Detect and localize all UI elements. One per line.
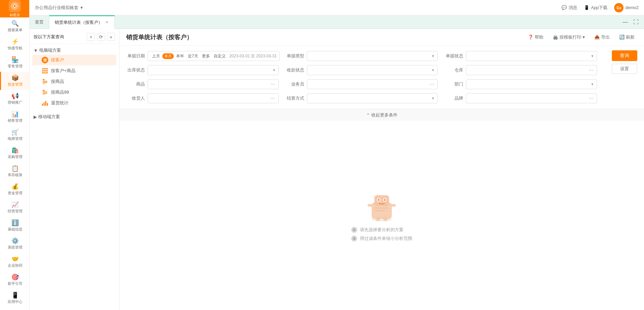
sidebar-item-retail[interactable]: 🏪 零售管理 <box>0 54 29 72</box>
sidebar-item-nav[interactable]: ⚡ 快捷导航 <box>0 36 29 54</box>
filter-cell-order-type: 单据类型 ▾ <box>285 51 438 61</box>
filter-cell-settlement: 结算方式 ▾ <box>285 93 438 103</box>
desktop-scheme-group: ▼ 电脑端方案 按 按客户 按客户+商品 <box>30 44 119 110</box>
goods-control[interactable]: ··· <box>148 79 279 89</box>
app-download-button[interactable]: 📱 App下载 <box>584 5 607 11</box>
export-button[interactable]: 📤 导出 <box>592 33 612 42</box>
sidebar-item-finance-label: 资金管理 <box>8 191 22 196</box>
page-actions: ❓ 帮助 🖨️ 按模板打印 ▾ 📤 导出 🔄 刷新 <box>525 33 637 42</box>
collapse-bar[interactable]: ⌃ 收起更多条件 <box>119 109 644 121</box>
date-btn-last-month[interactable]: 上月 <box>151 53 161 59</box>
warehouse-more-icon[interactable]: ··· <box>589 67 593 73</box>
hint-num-1: ① <box>351 227 357 233</box>
warehouse-control[interactable]: ··· <box>466 65 597 75</box>
order-status-control[interactable]: ▾ <box>466 51 597 61</box>
tab-close-icon[interactable]: ✕ <box>105 19 109 25</box>
settlement-label: 结算方式 <box>285 95 304 101</box>
filter-cell-goods: 商品 ··· <box>126 79 279 89</box>
sidebar-item-collab[interactable]: 🤝 企业协同 <box>0 253 29 271</box>
sidebar-item-finance[interactable]: 💰 资金管理 <box>0 180 29 199</box>
by-goods-icon <box>42 78 48 85</box>
desktop-scheme-header[interactable]: ▼ 电脑端方案 <box>32 46 116 55</box>
tab-home[interactable]: 首页 <box>30 15 49 29</box>
svg-point-1 <box>14 5 16 7</box>
tab-home-label: 首页 <box>35 19 44 25</box>
sidebar-item-guide[interactable]: 🎯 新手引导 <box>0 271 29 289</box>
topbar-account-dropdown[interactable]: 办公用品行业模拟账套 ▾ <box>35 5 83 11</box>
sidebar-item-inventory-label: 库存核算 <box>8 172 22 177</box>
sidebar-item-marketing[interactable]: 📢 营销推广 <box>0 90 29 108</box>
order-status-chevron-icon: ▾ <box>591 54 593 58</box>
content-area: 按以下方案查询 + ⟳ « ▼ 电脑端方案 按 按客户 <box>30 29 644 310</box>
sidebar-item-sales[interactable]: 📊 销售管理 <box>0 108 29 126</box>
date-btn-this-year[interactable]: 本年 <box>175 53 185 59</box>
sidebar-item-wholesale[interactable]: 📦 批发管理 <box>0 72 29 90</box>
sidebar-item-system[interactable]: ⚙️ 系统管理 <box>0 235 29 253</box>
scheme-item-by-customer-goods[interactable]: 按客户+商品 <box>32 65 116 76</box>
out-status-label: 出库状态 <box>126 67 145 73</box>
message-button[interactable]: 💬 消息 <box>561 5 577 11</box>
salesman-control[interactable]: ··· <box>307 79 438 89</box>
settlement-control[interactable]: ▾ <box>307 93 438 103</box>
sidebar-item-sales-label: 销售管理 <box>8 118 22 123</box>
sidebar-item-ecommerce[interactable]: 🛒 电商管理 <box>0 126 29 144</box>
order-type-control[interactable]: ▾ <box>307 51 438 61</box>
date-btn-custom[interactable]: 自定义 <box>212 53 227 59</box>
logo[interactable]: 标图员 <box>0 0 29 17</box>
svg-point-15 <box>378 199 380 201</box>
receiver-control[interactable]: ··· <box>148 93 279 103</box>
window-maximize-icon[interactable]: ⛶ <box>632 18 640 26</box>
goods-more-icon[interactable]: ··· <box>270 81 275 87</box>
salesman-more-icon[interactable]: ··· <box>430 81 434 87</box>
window-minimize-icon[interactable]: — <box>621 18 629 26</box>
scheme-item-returns[interactable]: 退货统计 <box>32 98 116 108</box>
date-btn-this-month[interactable]: 本月 <box>162 53 174 59</box>
sidebar-item-search[interactable]: 🔍 搜索菜单 <box>0 17 29 36</box>
sidebar-item-marketing-label: 营销推广 <box>8 100 22 105</box>
add-scheme-button[interactable]: + <box>87 33 95 41</box>
brand-more-icon[interactable]: ··· <box>589 95 593 101</box>
filter-cell-receiver: 收货人 ··· <box>126 93 279 103</box>
sidebar-item-inventory[interactable]: 📋 库存核算 <box>0 162 29 180</box>
sidebar-item-app[interactable]: 📱 应用中心 <box>0 289 29 307</box>
collapse-panel-button[interactable]: « <box>107 33 115 41</box>
out-status-control[interactable]: ▾ <box>148 65 279 75</box>
scheme-item-by-goods99[interactable]: 按商品99 <box>32 87 116 98</box>
sidebar-item-operation[interactable]: 📈 经营管理 <box>0 199 29 217</box>
date-range-control[interactable]: 上月 本月 本年 近7天 更多 自定义 2023-03-01 至 2023-03… <box>148 51 280 61</box>
payment-status-control[interactable]: ▾ <box>307 65 438 75</box>
department-control[interactable]: ▾ <box>466 79 597 89</box>
filter-cell-out-status: 出库状态 ▾ <box>126 65 279 75</box>
date-btn-7days[interactable]: 近7天 <box>186 53 200 59</box>
sidebar: 标图员 🔍 搜索菜单 ⚡ 快捷导航 🏪 零售管理 📦 批发管理 📢 营销推广 📊… <box>0 0 30 310</box>
refresh-scheme-button[interactable]: ⟳ <box>97 33 105 41</box>
empty-illustration <box>362 189 402 223</box>
query-btn-group: 查询 设置 <box>612 50 637 74</box>
scheme-item-by-goods[interactable]: 按商品 <box>32 76 116 87</box>
desktop-scheme-items: 按 按客户 按客户+商品 按商品 <box>32 55 116 108</box>
nav-icon: ⚡ <box>11 39 19 45</box>
page-titlebar: 销货单统计表（按客户） ❓ 帮助 🖨️ 按模板打印 ▾ 📤 导出 <box>119 29 644 46</box>
app-download-label: App下载 <box>591 5 607 11</box>
help-button[interactable]: ❓ 帮助 <box>525 33 546 42</box>
receiver-more-icon[interactable]: ··· <box>270 95 275 101</box>
hint-text-1: 请先选择要分析的方案 <box>360 227 404 233</box>
tab-sales-stat[interactable]: 销货单统计表（按客户） ✕ <box>49 15 115 29</box>
user-profile[interactable]: Ea demo2 <box>614 3 639 12</box>
brand-control[interactable]: ··· <box>466 93 597 103</box>
mobile-scheme-title: 移动端方案 <box>38 114 60 120</box>
sidebar-item-purchase-label: 采购管理 <box>8 154 22 159</box>
settings-button[interactable]: 设置 <box>612 64 637 74</box>
sidebar-item-purchase[interactable]: 🛍️ 采购管理 <box>0 144 29 162</box>
query-button[interactable]: 查询 <box>612 50 637 61</box>
date-btn-more[interactable]: 更多 <box>201 53 211 59</box>
search-icon: 🔍 <box>11 20 19 27</box>
sidebar-item-wechat[interactable]: 💬 企业微信 <box>0 307 29 310</box>
refresh-button[interactable]: 🔄 刷新 <box>616 33 637 42</box>
mobile-scheme-header[interactable]: ▶ 移动端方案 <box>32 112 116 121</box>
scheme-item-by-customer[interactable]: 按 按客户 <box>32 55 116 65</box>
filter-row-3: 商品 ··· 业务员 ··· <box>126 79 637 89</box>
print-button[interactable]: 🖨️ 按模板打印 ▾ <box>550 33 588 42</box>
sidebar-item-basic[interactable]: ℹ️ 基础信息 <box>0 217 29 235</box>
logo-text: 标图员 <box>10 13 20 17</box>
